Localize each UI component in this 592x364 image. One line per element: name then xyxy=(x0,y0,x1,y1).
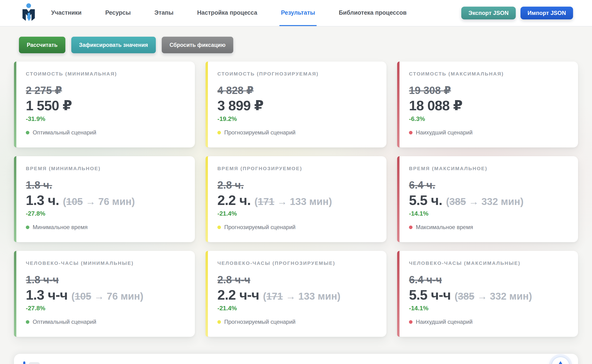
old-value: 2.8 ч-ч xyxy=(217,274,377,286)
legend-dot-icon xyxy=(26,226,29,229)
tab-resources[interactable]: Ресурсы xyxy=(104,0,132,26)
legend-label: Наихудший сценарий xyxy=(416,318,473,325)
tab-process-settings[interactable]: Настройка процесса xyxy=(196,0,259,26)
main-value: 5.5 ч. xyxy=(409,193,442,208)
detail-old-value: 105 xyxy=(66,196,83,207)
calculate-button[interactable]: Рассчитать xyxy=(19,37,65,53)
old-value: 1.8 ч. xyxy=(26,179,185,191)
detail-old-value: 171 xyxy=(258,196,275,207)
main-value: 18 088 ₽ xyxy=(409,98,462,113)
detail-old-value: 105 xyxy=(75,291,91,302)
legend-dot-icon xyxy=(409,226,413,229)
detail-arrow: → xyxy=(94,291,104,302)
card-accent-stripe xyxy=(205,62,208,147)
fix-values-button[interactable]: Зафиксировать значения xyxy=(71,37,156,53)
scenario-legend: Прогнозируемый сценарий xyxy=(217,318,377,325)
section-head: Топ этапов по стоимости и времени xyxy=(23,361,578,364)
legend-dot-icon xyxy=(217,226,221,229)
value-detail: (105 → 76 мин) xyxy=(63,196,135,207)
legend-label: Прогнозируемый сценарий xyxy=(224,318,296,325)
value-detail: (385 → 332 мин) xyxy=(446,196,524,207)
main-value: 1 550 ₽ xyxy=(26,98,72,113)
scenario-legend: Максимальное время xyxy=(409,224,569,231)
card-title: СТОИМОСТЬ (МАКСИМАЛЬНАЯ) xyxy=(409,71,569,77)
tab-stages[interactable]: Этапы xyxy=(153,0,175,26)
percent-change: -31.9% xyxy=(26,115,185,123)
legend-label: Максимальное время xyxy=(416,224,473,231)
top-nav: Участники Ресурсы Этапы Настройка процес… xyxy=(0,0,592,26)
legend-label: Наихудший сценарий xyxy=(416,129,473,136)
scenario-legend: Наихудший сценарий xyxy=(409,129,569,136)
metric-card: СТОИМОСТЬ (МИНИМАЛЬНАЯ) 2 275 ₽ 1 550 ₽ … xyxy=(14,62,195,147)
section-accent-bar xyxy=(23,361,25,364)
main-value: 5.5 ч-ч xyxy=(409,287,451,303)
tab-participants[interactable]: Участники xyxy=(50,0,83,26)
value-row: 1 550 ₽ xyxy=(26,98,185,113)
card-title: СТОИМОСТЬ (ПРОГНОЗИРУЕМАЯ) xyxy=(217,71,377,77)
card-accent-stripe xyxy=(14,62,16,147)
value-row: 5.5 ч. (385 → 332 мин) xyxy=(409,193,569,208)
legend-label: Оптимальный сценарий xyxy=(33,318,96,325)
card-accent-stripe xyxy=(14,251,16,337)
main-value: 3 899 ₽ xyxy=(217,98,263,113)
detail-arrow: → xyxy=(469,196,479,207)
legend-label: Прогнозируемый сценарий xyxy=(224,129,296,136)
old-value: 1.8 ч-ч xyxy=(26,274,185,286)
metric-card: СТОИМОСТЬ (МАКСИМАЛЬНАЯ) 19 308 ₽ 18 088… xyxy=(397,62,578,147)
detail-new-value: 133 мин xyxy=(290,196,329,207)
metric-card: ЧЕЛОВЕКО-ЧАСЫ (МИНИМАЛЬНЫЕ) 1.8 ч-ч 1.3 … xyxy=(14,251,195,337)
metric-card: ВРЕМЯ (ПРОГНОЗИРУЕМОЕ) 2.8 ч. 2.2 ч. (17… xyxy=(205,156,387,242)
detail-new-value: 332 мин xyxy=(490,291,529,302)
percent-change: -27.8% xyxy=(26,210,185,217)
card-accent-stripe xyxy=(397,251,400,337)
main-value: 1.3 ч. xyxy=(26,193,59,208)
detail-arrow: → xyxy=(277,196,287,207)
reset-fix-button[interactable]: Сбросить фиксацию xyxy=(162,37,233,53)
old-value: 6.4 ч-ч xyxy=(409,274,569,286)
value-row: 1.3 ч. (105 → 76 мин) xyxy=(26,193,185,208)
metric-card: ЧЕЛОВЕКО-ЧАСЫ (МАКСИМАЛЬНЫЕ) 6.4 ч-ч 5.5… xyxy=(397,251,578,337)
legend-dot-icon xyxy=(26,320,29,324)
old-value: 2.8 ч. xyxy=(217,179,377,191)
detail-arrow: → xyxy=(286,291,296,302)
export-json-button[interactable]: Экспорт JSON xyxy=(461,7,515,20)
nav-tabs: Участники Ресурсы Этапы Настройка процес… xyxy=(50,0,408,26)
value-detail: (105 → 76 мин) xyxy=(71,291,143,302)
value-detail: (171 → 133 мин) xyxy=(263,291,340,302)
legend-label: Оптимальный сценарий xyxy=(33,129,96,136)
card-accent-stripe xyxy=(397,62,400,147)
toolbar: Рассчитать Зафиксировать значения Сброси… xyxy=(19,37,578,53)
app-logo logo-m-person-icon[interactable] xyxy=(21,3,36,23)
card-accent-stripe xyxy=(397,156,400,242)
legend-label: Прогнозируемый сценарий xyxy=(224,224,296,231)
old-value: 4 828 ₽ xyxy=(217,85,377,96)
value-row: 5.5 ч-ч (385 → 332 мин) xyxy=(409,287,569,303)
card-title: ЧЕЛОВЕКО-ЧАСЫ (МАКСИМАЛЬНЫЕ) xyxy=(409,260,569,266)
percent-change: -14.1% xyxy=(409,305,569,312)
import-json-button[interactable]: Импорт JSON xyxy=(520,7,573,20)
arrow-up-icon xyxy=(557,361,564,364)
card-accent-stripe xyxy=(205,156,208,242)
value-detail: (171 → 133 мин) xyxy=(255,196,332,207)
scenario-legend: Прогнозируемый сценарий xyxy=(217,224,377,231)
percent-change: -21.4% xyxy=(217,305,377,312)
bar-chart-icon xyxy=(29,362,40,364)
value-row: 1.3 ч-ч (105 → 76 мин) xyxy=(26,287,185,303)
main-value: 1.3 ч-ч xyxy=(26,287,67,303)
percent-change: -21.4% xyxy=(217,210,377,217)
detail-new-value: 76 мин xyxy=(98,196,132,207)
main-value: 2.2 ч-ч xyxy=(217,287,259,303)
old-value: 2 275 ₽ xyxy=(26,85,185,96)
scenario-legend: Оптимальный сценарий xyxy=(26,129,185,136)
tab-results[interactable]: Результаты xyxy=(279,0,316,26)
value-row: 18 088 ₽ xyxy=(409,98,569,113)
value-row: 2.2 ч. (171 → 133 мин) xyxy=(217,193,377,208)
detail-old-value: 171 xyxy=(266,291,283,302)
detail-old-value: 385 xyxy=(458,291,474,302)
legend-dot-icon xyxy=(217,320,221,324)
scenario-legend: Минимальное время xyxy=(26,224,185,231)
bottom-panel: Топ этапов по стоимости и времени xyxy=(14,354,578,364)
detail-new-value: 133 мин xyxy=(298,291,337,302)
legend-dot-icon xyxy=(217,131,221,134)
tab-process-library[interactable]: Библиотека процессов xyxy=(337,0,408,26)
